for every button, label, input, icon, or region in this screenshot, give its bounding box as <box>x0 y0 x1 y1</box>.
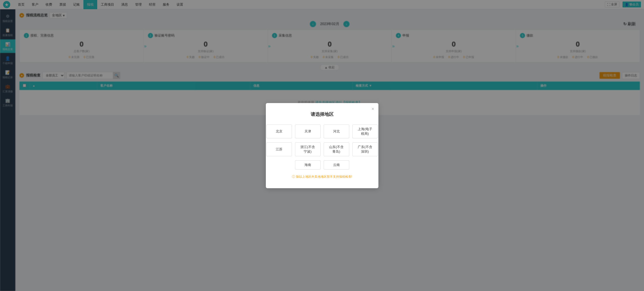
modal-dialog: × 请选择地区 北京 天津 河北 上海(电子税局) 江苏 浙江(不含宁波) 山东… <box>266 103 378 188</box>
region-shandong[interactable]: 山东(不含青岛) <box>324 142 349 156</box>
modal-title: 请选择地区 <box>276 111 368 117</box>
region-row-2: 江苏 浙江(不含宁波) 山东(不含青岛) 广东(不含深圳) <box>276 142 368 156</box>
warning-icon: ⓘ <box>292 175 295 179</box>
region-hainan[interactable]: 海南 <box>295 160 321 170</box>
modal-warning: ⓘ 除以上地区外其他地区暂不支持报税检查! <box>276 175 368 179</box>
region-jiangsu[interactable]: 江苏 <box>266 142 292 156</box>
modal-overlay[interactable]: × 请选择地区 北京 天津 河北 上海(电子税局) 江苏 浙江(不含宁波) 山东… <box>0 0 644 291</box>
region-shanghai[interactable]: 上海(电子税局) <box>352 125 378 138</box>
region-guangdong[interactable]: 广东(不含深圳) <box>352 142 378 156</box>
region-zhejiang[interactable]: 浙江(不含宁波) <box>295 142 321 156</box>
region-row-3: 海南 云南 <box>276 160 368 170</box>
region-beijing[interactable]: 北京 <box>266 125 292 138</box>
region-hebei[interactable]: 河北 <box>324 125 349 138</box>
region-yunnan[interactable]: 云南 <box>324 160 349 170</box>
modal-close-button[interactable]: × <box>372 107 374 111</box>
region-tianjin[interactable]: 天津 <box>295 125 321 138</box>
region-grid: 北京 天津 河北 上海(电子税局) 江苏 浙江(不含宁波) 山东(不含青岛) 广… <box>276 125 368 170</box>
region-row-1: 北京 天津 河北 上海(电子税局) <box>276 125 368 138</box>
warning-text: 除以上地区外其他地区暂不支持报税检查! <box>296 175 352 179</box>
